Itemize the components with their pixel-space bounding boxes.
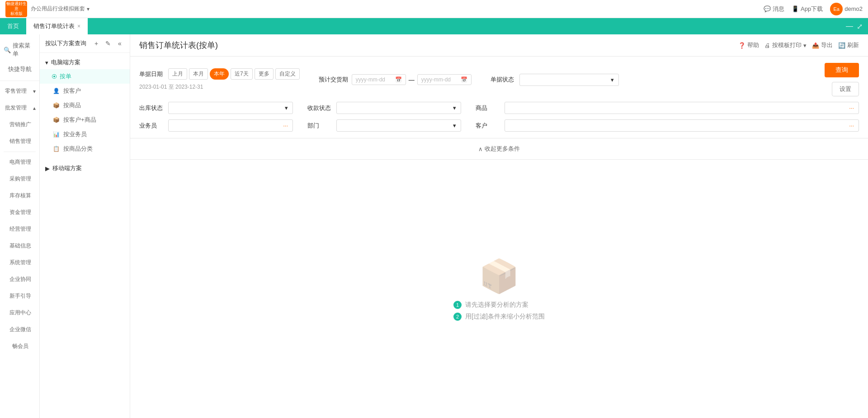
app-download-btn[interactable]: 📱 App下载 xyxy=(792,5,823,13)
query-btn[interactable]: 查询 xyxy=(825,63,859,77)
topbar-right: 💬 消息 📱 App下载 Ea demo2 xyxy=(764,3,863,15)
scheme-item-by-category[interactable]: 📋 按商品分类 xyxy=(40,142,130,156)
delivery-date-end[interactable]: yyyy-mm-dd 📅 xyxy=(417,74,472,85)
scheme-item-by-product[interactable]: 📦 按商品 xyxy=(40,98,130,113)
delivery-date-start-text: yyyy-mm-dd xyxy=(356,76,385,83)
date-prev-month-btn[interactable]: 上月 xyxy=(168,68,187,80)
scheme-item-by-customer-label: 按客户 xyxy=(63,87,81,95)
logo[interactable]: 畅捷通好生意 标准版 xyxy=(5,1,27,17)
export-btn[interactable]: 📤 导出 xyxy=(812,41,833,49)
collapse-filter-btn[interactable]: ∧ 收起更多条件 xyxy=(478,142,520,156)
goods-group: 商品 ··· xyxy=(476,102,859,114)
main-layout: 🔍 搜索菜单 快捷导航 零售管理 ▾ 批发管理 ▴ 营销推广 销售管理 xyxy=(0,34,868,418)
empty-step-1-text: 请先选择要分析的方案 xyxy=(465,301,528,309)
step-num-2: 2 xyxy=(453,313,462,321)
sidebar-item-retail[interactable]: 零售管理 ▾ xyxy=(0,83,39,100)
tab-sales-statistics[interactable]: 销售订单统计表 × xyxy=(26,18,88,34)
scheme-edit-btn[interactable]: ✎ xyxy=(104,39,113,48)
sidebar-item-wechat-label: 企业微信 xyxy=(9,326,31,333)
doc-status-group: 单据状态 ▾ 查询 设置 xyxy=(491,63,859,96)
delivery-date-start[interactable]: yyyy-mm-dd 📅 xyxy=(352,74,406,85)
sidebar-item-members-label: 畅会员 xyxy=(12,342,28,350)
tab-minimize-btn[interactable]: — xyxy=(846,22,853,30)
sidebar-item-wholesale[interactable]: 批发管理 ▴ xyxy=(0,100,39,116)
department-select[interactable]: ▾ xyxy=(336,119,461,132)
user-info[interactable]: Ea demo2 xyxy=(830,3,863,15)
date-more-btn[interactable]: 更多 xyxy=(255,68,274,80)
delivery-date-label: 预计交货期 xyxy=(319,76,348,84)
date-this-month-btn[interactable]: 本月 xyxy=(189,68,208,80)
sidebar-item-ecommerce[interactable]: 电商管理 xyxy=(0,154,39,171)
scheme-item-by-salesman[interactable]: 📊 按业务员 xyxy=(40,127,130,142)
scheme-item-by-product-label: 按商品 xyxy=(63,101,81,109)
scheme-item-by-customer-product[interactable]: 📦 按客户+商品 xyxy=(40,113,130,127)
scheme-add-btn[interactable]: + xyxy=(92,39,101,48)
doc-status-dropdown-icon: ▾ xyxy=(611,76,614,83)
sidebar-item-wechat[interactable]: 企业微信 xyxy=(0,321,39,338)
date-separator: — xyxy=(409,76,415,83)
scheme-item-by-salesman-label: 按业务员 xyxy=(63,130,87,138)
scheme-item-by-customer[interactable]: 👤 按客户 xyxy=(40,84,130,98)
action-buttons: 查询 设置 xyxy=(825,63,859,96)
avatar-text: Ea xyxy=(834,6,840,12)
date-custom-btn[interactable]: 自定义 xyxy=(275,68,300,80)
sidebar-item-enterprise-label: 企业协同 xyxy=(9,276,31,283)
scheme-panel: 按以下方案查询 + ✎ « ▾ 电脑端方案 按单 👤 按客户 xyxy=(40,34,130,418)
calendar-icon: 📅 xyxy=(395,76,402,83)
customer-input[interactable]: ··· xyxy=(505,119,859,132)
app-title-dropdown[interactable]: 办公用品行业模拟账套 ▾ xyxy=(31,5,90,13)
goods-input[interactable]: ··· xyxy=(505,102,859,114)
main-content: 销售订单统计表(按单) ❓ 帮助 🖨 按模板打印 ▾ 📤 导出 xyxy=(130,34,868,418)
sidebar-item-marketing[interactable]: 营销推广 xyxy=(0,116,39,133)
goods-more-btn[interactable]: ··· xyxy=(849,104,854,111)
export-label: 导出 xyxy=(821,41,833,49)
date-this-year-btn[interactable]: 本年 xyxy=(210,68,229,80)
scheme-item-by-order[interactable]: 按单 xyxy=(40,69,130,84)
refresh-btn[interactable]: 🔄 刷新 xyxy=(838,41,859,49)
date-7days-btn[interactable]: 近7天 xyxy=(231,68,253,80)
print-btn[interactable]: 🖨 按模板打印 ▾ xyxy=(764,41,807,49)
message-icon: 💬 xyxy=(764,5,771,12)
tab-close-btn[interactable]: × xyxy=(77,23,80,29)
sidebar-item-members[interactable]: 畅会员 xyxy=(0,338,39,355)
payment-status-select[interactable]: ▾ xyxy=(336,102,461,114)
delivery-date-group: 预计交货期 yyyy-mm-dd 📅 — yyyy-mm-dd 📅 xyxy=(319,74,472,85)
sidebar-item-operations-label: 经营管理 xyxy=(9,225,31,233)
search-menu-btn[interactable]: 🔍 搜索菜单 xyxy=(4,38,36,62)
tab-maximize-btn[interactable]: ⤢ xyxy=(857,22,863,31)
app-download-icon: 📱 xyxy=(792,5,799,12)
scheme-collapse-btn[interactable]: « xyxy=(115,39,124,48)
scheme-section-pc-header[interactable]: ▾ 电脑端方案 xyxy=(40,56,130,69)
sidebar-item-newbie[interactable]: 新手引导 xyxy=(0,288,39,304)
salesman-input[interactable]: ··· xyxy=(168,119,293,132)
scheme-section-mobile-header[interactable]: ▶ 移动端方案 xyxy=(40,162,130,175)
sidebar-item-app-center[interactable]: 应用中心 xyxy=(0,304,39,321)
sidebar-item-enterprise[interactable]: 企业协同 xyxy=(0,271,39,288)
department-label: 部门 xyxy=(307,122,333,130)
sidebar-item-purchase[interactable]: 采购管理 xyxy=(0,171,39,187)
customer-more-btn[interactable]: ··· xyxy=(849,122,854,129)
help-btn[interactable]: ❓ 帮助 xyxy=(738,41,759,49)
app-download-label: App下载 xyxy=(801,5,823,13)
empty-steps: 1 请先选择要分析的方案 2 用[过滤]条件来缩小分析范围 xyxy=(453,301,545,321)
payment-status-dropdown-icon: ▾ xyxy=(453,104,456,111)
goods-label: 商品 xyxy=(476,104,501,112)
doc-status-select[interactable]: ▾ xyxy=(519,74,619,86)
setting-btn[interactable]: 设置 xyxy=(832,82,859,96)
tab-home[interactable]: 首页 xyxy=(0,18,26,34)
message-btn[interactable]: 💬 消息 xyxy=(764,5,784,13)
sidebar-item-system[interactable]: 系统管理 xyxy=(0,254,39,271)
sidebar-item-finance[interactable]: 资金管理 xyxy=(0,204,39,221)
shipment-status-select[interactable]: ▾ xyxy=(168,102,293,114)
sidebar-item-inventory[interactable]: 库存核算 xyxy=(0,187,39,204)
salesman-more-btn[interactable]: ··· xyxy=(283,122,288,129)
sidebar-item-basic-info[interactable]: 基础信息 xyxy=(0,238,39,254)
sidebar-item-sales[interactable]: 销售管理 xyxy=(0,133,39,150)
scheme-panel-title: 按以下方案查询 xyxy=(45,39,86,48)
salesman-group: 业务员 ··· xyxy=(139,119,293,132)
scheme-section-pc: ▾ 电脑端方案 按单 👤 按客户 📦 按商品 📦 按客户+商品 xyxy=(40,53,130,159)
quick-nav-btn[interactable]: 快捷导航 xyxy=(4,62,36,77)
sidebar-item-operations[interactable]: 经营管理 xyxy=(0,221,39,238)
avatar: Ea xyxy=(830,3,843,15)
tab-home-label: 首页 xyxy=(7,22,19,30)
